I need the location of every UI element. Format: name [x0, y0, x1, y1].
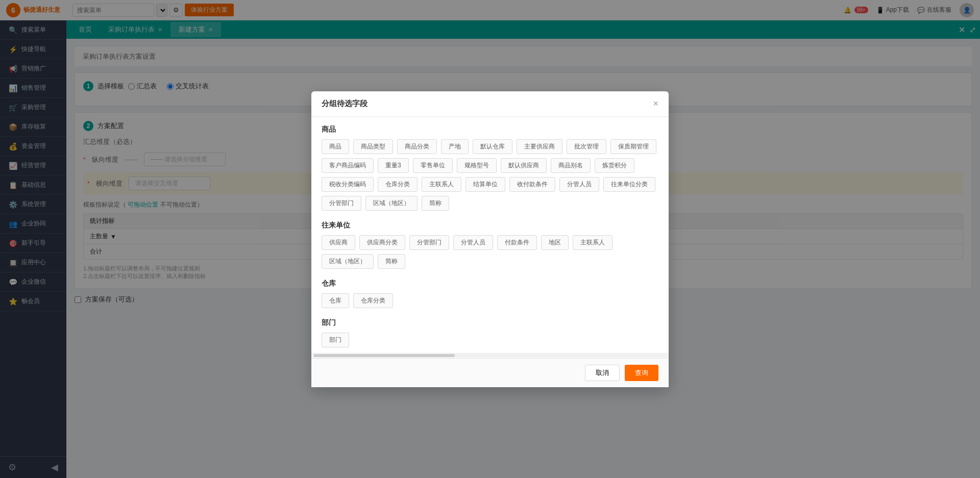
field-tags-goods: 商品 商品类型 商品分类 产地 默认仓库 主要供应商 批次管理 保质期管理 客户… [322, 139, 658, 211]
field-group-warehouse: 仓库 仓库 仓库分类 [322, 279, 658, 308]
tag-main-contact[interactable]: 主联系人 [422, 177, 461, 192]
field-group-partner: 往来单位 供应商 供应商分类 分管部门 分管人员 付款条件 地区 主联系人 区域… [322, 221, 658, 269]
tag-department[interactable]: 部门 [322, 333, 349, 347]
tag-region[interactable]: 区域（地区） [365, 196, 418, 211]
tag-refine-points[interactable]: 炼货积分 [595, 158, 634, 173]
tag-goods-alias[interactable]: 商品别名 [551, 158, 591, 173]
tag-shelf-life[interactable]: 保质期管理 [610, 139, 656, 154]
tag-spec-model[interactable]: 规格型号 [457, 158, 497, 173]
tag-goods[interactable]: 商品 [322, 139, 349, 154]
tag-weight[interactable]: 重量3 [378, 158, 409, 173]
field-group-goods-title: 商品 [322, 125, 658, 134]
modal-scrollbar-area [311, 353, 669, 358]
tag-warehouse[interactable]: 仓库 [322, 293, 349, 308]
tag-partner-dept[interactable]: 分管部门 [409, 235, 449, 250]
tag-partner-short[interactable]: 简称 [378, 254, 405, 269]
field-tags-partner: 供应商 供应商分类 分管部门 分管人员 付款条件 地区 主联系人 区域（地区） … [322, 235, 658, 269]
tag-goods-category[interactable]: 商品分类 [397, 139, 437, 154]
tag-supplier[interactable]: 供应商 [322, 235, 355, 250]
modal-footer: 取消 查询 [311, 358, 669, 387]
field-group-goods: 商品 商品 商品类型 商品分类 产地 默认仓库 主要供应商 批次管理 保质期管理… [322, 125, 658, 211]
tag-dept[interactable]: 分管部门 [322, 196, 361, 211]
tag-partner-supervisor[interactable]: 分管人员 [453, 235, 493, 250]
tag-goods-type[interactable]: 商品类型 [353, 139, 393, 154]
tag-tax-code[interactable]: 税收分类编码 [322, 177, 374, 192]
scrollbar-track[interactable] [313, 354, 667, 357]
modal-body: 商品 商品 商品类型 商品分类 产地 默认仓库 主要供应商 批次管理 保质期管理… [311, 117, 669, 353]
tag-main-supplier[interactable]: 主要供应商 [517, 139, 562, 154]
tag-payment-terms[interactable]: 收付款条件 [509, 177, 555, 192]
confirm-button[interactable]: 查询 [625, 365, 658, 381]
tag-batch-mgmt[interactable]: 批次管理 [567, 139, 606, 154]
field-group-dept-title: 部门 [322, 318, 658, 328]
tag-origin[interactable]: 产地 [441, 139, 469, 154]
tag-partner-contact[interactable]: 主联系人 [573, 235, 612, 250]
tag-default-warehouse[interactable]: 默认仓库 [473, 139, 512, 154]
tag-partner-payment[interactable]: 付款条件 [497, 235, 537, 250]
modal-title: 分组待选字段 [322, 99, 368, 109]
tag-settlement-unit[interactable]: 结算单位 [465, 177, 505, 192]
tag-default-supplier[interactable]: 默认供应商 [501, 158, 547, 173]
tag-partner-area[interactable]: 地区 [541, 235, 569, 250]
modal-header: 分组待选字段 × [311, 91, 669, 117]
field-group-dept: 部门 部门 [322, 318, 658, 347]
field-group-partner-title: 往来单位 [322, 221, 658, 230]
tag-short-name[interactable]: 简称 [422, 196, 449, 211]
tag-supplier-category[interactable]: 供应商分类 [359, 235, 405, 250]
field-group-warehouse-title: 仓库 [322, 279, 658, 288]
tag-retail-unit[interactable]: 零售单位 [413, 158, 453, 173]
cancel-button[interactable]: 取消 [585, 365, 620, 381]
tag-supervisor[interactable]: 分管人员 [559, 177, 599, 192]
tag-warehouse-category[interactable]: 仓库分类 [378, 177, 418, 192]
modal-close-btn[interactable]: × [653, 98, 658, 109]
tag-warehouse-cat[interactable]: 仓库分类 [353, 293, 393, 308]
tag-partner-region[interactable]: 区域（地区） [322, 254, 374, 269]
modal-overlay: 分组待选字段 × 商品 商品 商品类型 商品分类 产地 默认仓库 主要供应商 批… [0, 0, 980, 478]
modal-dialog: 分组待选字段 × 商品 商品 商品类型 商品分类 产地 默认仓库 主要供应商 批… [311, 91, 669, 387]
field-tags-warehouse: 仓库 仓库分类 [322, 293, 658, 308]
tag-customer-code[interactable]: 客户商品编码 [322, 158, 374, 173]
field-tags-dept: 部门 [322, 333, 658, 347]
tag-partner-category[interactable]: 往来单位分类 [603, 177, 655, 192]
scrollbar-thumb[interactable] [313, 354, 455, 357]
